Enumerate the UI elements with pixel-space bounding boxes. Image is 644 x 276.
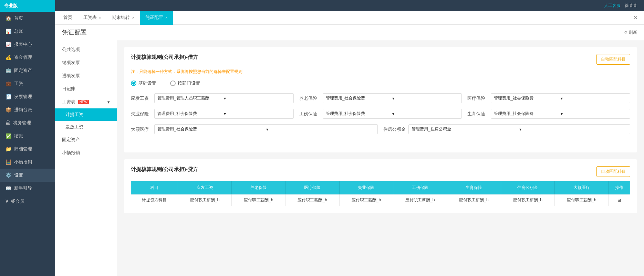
- select-dale[interactable]: 管理费用_社会保险费 ▾: [154, 124, 378, 134]
- report-icon: 📈: [6, 42, 11, 47]
- debit-section: 计提核算规则(公司承担)-借方 自动匹配科目 注：只能选择一种方式，系统将按照您…: [124, 47, 637, 152]
- left-nav-public[interactable]: 公共选项: [55, 43, 117, 56]
- cell-yanglao[interactable]: 应付职工薪酬_b: [232, 194, 285, 206]
- field-gongjijin: 住房公积金 管理费用_住房公积金 ▾: [383, 124, 630, 134]
- sidebar-item-label: 工资: [14, 81, 23, 87]
- tab-voucher-config[interactable]: 凭证配置 ×: [140, 11, 173, 25]
- sidebar-item-settings[interactable]: ⚙️ 设置: [0, 169, 55, 182]
- sidebar-item-archive[interactable]: 📁 归档管理: [0, 142, 55, 156]
- left-nav-salary-table[interactable]: 工资表 NEW ▾: [55, 95, 117, 108]
- tabs-bar: 首页 工资表 × 期末结转 × 凭证配置 × ✕: [55, 11, 644, 25]
- tab-close-voucher[interactable]: ×: [165, 15, 167, 20]
- debit-section-title: 计提核算规则(公司承担)-借方: [131, 54, 198, 61]
- sidebar-item-label: 设置: [14, 172, 23, 178]
- tab-period-close[interactable]: 期末结转 ×: [106, 11, 139, 25]
- select-gongshang[interactable]: 管理费用_社会保险费 ▾: [323, 109, 462, 119]
- tab-close-period[interactable]: ×: [132, 15, 134, 20]
- close-all-button[interactable]: ✕: [630, 14, 641, 21]
- sidebar-item-fixed-assets[interactable]: 🏢 固定资产: [0, 64, 55, 77]
- sidebar-item-label: 进销台账: [14, 107, 32, 113]
- chevron-down-icon: ▾: [266, 127, 375, 132]
- sidebar-item-inventory[interactable]: 📦 进销台账: [0, 103, 55, 116]
- sidebar-item-general-ledger[interactable]: 📊 总账: [0, 25, 55, 38]
- radio-basic-circle: [131, 81, 136, 86]
- sidebar-item-home[interactable]: 🏠 首页: [0, 12, 55, 25]
- credit-table: 科目 应发工资 养老保险 医疗保险 失业保险 工伤保险 生育保险 住房公积金 大…: [131, 181, 630, 206]
- cell-dale[interactable]: 应付职工薪酬_b: [554, 194, 608, 206]
- select-yingfa[interactable]: 管理费用_管理人员职工薪酬 ▾: [154, 93, 294, 103]
- refresh-button[interactable]: ↻ 刷新: [624, 30, 637, 35]
- tab-salary-table[interactable]: 工资表 ×: [78, 11, 106, 25]
- left-nav-journal[interactable]: 日记账: [55, 82, 117, 95]
- chevron-down-icon: ▾: [561, 96, 627, 101]
- sidebar-item-capital[interactable]: 💰 资金管理: [0, 51, 55, 64]
- left-nav-pay-salary[interactable]: 发放工资: [55, 121, 117, 133]
- delete-icon[interactable]: ⊟: [617, 198, 621, 203]
- label-dale: 大额医疗: [131, 126, 152, 132]
- page-header: 凭证配置 ↻ 刷新: [55, 25, 644, 40]
- tab-home[interactable]: 首页: [58, 11, 78, 25]
- left-nav-fixed-assets[interactable]: 固定资产: [55, 133, 117, 146]
- col-yanglao: 养老保险: [232, 181, 285, 194]
- sidebar-item-invoice[interactable]: 🧾 发票管理: [0, 90, 55, 103]
- cell-yingfa[interactable]: 应付职工薪酬_b: [178, 194, 231, 206]
- cell-shengyu[interactable]: 应付职工薪酬_b: [447, 194, 501, 206]
- content-area: 公共选项 销项发票 进项发票 日记账 工资表 NEW ▾ 计提工资: [55, 40, 644, 276]
- xiaochang-icon: 🧮: [6, 159, 11, 165]
- sidebar: 专业版 🏠 首页 📊 总账 📈 报表中心 💰 资金管理 🏢 固定资产 💼 工资 …: [0, 0, 55, 276]
- left-nav-xiaochang-expense[interactable]: 小畅报销: [55, 146, 117, 159]
- tax-icon: 🏛: [6, 120, 10, 126]
- sidebar-item-salary[interactable]: 💼 工资: [0, 77, 55, 90]
- sidebar-item-guide[interactable]: 📖 新手引导: [0, 182, 55, 195]
- select-yanglao[interactable]: 管理费用_社会保险费 ▾: [323, 93, 462, 103]
- sidebar-item-closing[interactable]: ✅ 结账: [0, 129, 55, 142]
- chevron-down-icon: ▾: [107, 99, 110, 105]
- radio-dept[interactable]: 按部门设置: [170, 80, 200, 86]
- label-yanglao: 养老保险: [299, 95, 320, 102]
- cell-action[interactable]: ⊟: [609, 194, 630, 206]
- sidebar-item-tax[interactable]: 🏛 税务管理: [0, 116, 55, 129]
- cell-shiye[interactable]: 应付职工薪酬_b: [339, 194, 393, 206]
- field-shengyu: 生育保险 管理费用_社会保险费 ▾: [467, 109, 630, 119]
- col-yingfa: 应发工资: [178, 181, 231, 194]
- home-icon: 🏠: [6, 15, 11, 21]
- sidebar-item-label: 固定资产: [14, 67, 32, 74]
- tab-close-salary[interactable]: ×: [99, 15, 101, 20]
- sidebar-item-vip[interactable]: V 畅会员: [0, 195, 55, 208]
- debit-section-header: 计提核算规则(公司承担)-借方 自动匹配科目: [131, 54, 630, 65]
- col-gongshang: 工伤保险: [393, 181, 447, 194]
- select-shengyu[interactable]: 管理费用_社会保险费 ▾: [491, 109, 630, 119]
- col-action: 操作: [609, 181, 630, 194]
- debit-auto-match-button[interactable]: 自动匹配科目: [596, 54, 630, 65]
- field-shiye: 失业保险 管理费用_社会保险费 ▾: [131, 109, 294, 119]
- col-subject: 科目: [131, 181, 178, 194]
- app-edition: 专业版: [0, 0, 55, 12]
- vip-icon: V: [6, 199, 8, 204]
- select-gongjijin[interactable]: 管理费用_住房公积金 ▾: [408, 124, 630, 134]
- sidebar-item-report-center[interactable]: 📈 报表中心: [0, 38, 55, 51]
- sidebar-item-xiaochang[interactable]: 🧮 小畅报销: [0, 156, 55, 169]
- sidebar-item-label: 首页: [14, 15, 23, 21]
- chevron-down-icon: ▾: [224, 96, 290, 101]
- label-yingfa: 应发工资: [131, 95, 152, 102]
- credit-auto-match-button[interactable]: 自动匹配科目: [596, 166, 630, 177]
- settings-icon: ⚙️: [6, 172, 11, 178]
- sidebar-item-label: 小畅报销: [14, 159, 32, 165]
- radio-basic[interactable]: 基础设置: [131, 80, 156, 86]
- sidebar-item-label: 新手引导: [14, 185, 32, 191]
- chevron-down-icon: ▾: [561, 112, 627, 116]
- cell-yiliao[interactable]: 应付职工薪酬_b: [285, 194, 339, 206]
- left-nav-red-invoice[interactable]: 销项发票: [55, 56, 117, 69]
- sidebar-item-label: 报表中心: [14, 41, 32, 47]
- select-yiliao[interactable]: 管理费用_社会保险费 ▾: [491, 93, 630, 103]
- left-nav-input-invoice[interactable]: 进项发票: [55, 69, 117, 82]
- select-shiye[interactable]: 管理费用_社会保险费 ▾: [154, 109, 294, 119]
- field-yiliao: 医疗保险 管理费用_社会保险费 ▾: [467, 93, 630, 103]
- cell-gongjijin[interactable]: 应付职工薪酬_b: [501, 194, 554, 206]
- left-nav-calc-salary[interactable]: 计提工资: [55, 108, 117, 121]
- invoice-icon: 🧾: [6, 94, 11, 99]
- cell-gongshang[interactable]: 应付职工薪酬_b: [393, 194, 447, 206]
- service-label[interactable]: 人工客服: [604, 3, 621, 9]
- label-shiye: 失业保险: [131, 111, 152, 117]
- col-shengyu: 生育保险: [447, 181, 501, 194]
